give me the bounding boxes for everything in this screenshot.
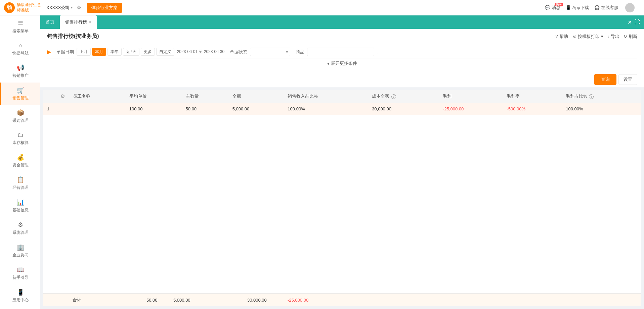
sidebar-item-label: 搜索菜单 bbox=[12, 28, 29, 34]
date-btn-7days[interactable]: 近7天 bbox=[123, 48, 139, 56]
settings-btn[interactable]: 设置 bbox=[618, 74, 637, 85]
footer-amount-cell: 5,000.00 bbox=[173, 298, 207, 303]
headset-icon: 🎧 bbox=[594, 5, 600, 10]
online-service-btn[interactable]: 🎧 在线客服 bbox=[594, 5, 618, 11]
page-header-actions: ? 帮助 🖨 按模板打印 ▾ ↓ 导出 ↻ 刷新 bbox=[555, 34, 637, 40]
th-settings[interactable]: ⚙ bbox=[56, 90, 69, 103]
message-btn[interactable]: 💬 消息 99+ bbox=[545, 5, 560, 11]
app-download-btn[interactable]: 📱 App下载 bbox=[566, 5, 589, 11]
page: 销售排行榜(按业务员) ? 帮助 🖨 按模板打印 ▾ ↓ 导出 bbox=[40, 29, 644, 309]
sidebar-item-operations[interactable]: 📋 经营管理 bbox=[0, 172, 40, 195]
sidebar-item-search-orders[interactable]: ☰ 搜索菜单 bbox=[0, 15, 40, 38]
trial-btn[interactable]: 体验行业方案 bbox=[87, 3, 122, 13]
page-title: 销售排行榜(按业务员) bbox=[47, 33, 99, 40]
basic-info-icon: 📊 bbox=[17, 199, 24, 206]
status-filter-label: 单据状态 bbox=[230, 49, 247, 55]
topbar: 畅 畅康通好生意 标准版 XXXXX公司 ▾ ⚙ 体验行业方案 💬 消息 99+… bbox=[0, 0, 644, 15]
cell-profit-ratio: 100.00% bbox=[562, 103, 641, 115]
date-btn-this-year[interactable]: 本年 bbox=[108, 48, 122, 56]
help-btn[interactable]: ? 帮助 bbox=[555, 34, 568, 40]
enterprise-icon: 🏢 bbox=[17, 244, 24, 251]
date-btn-custom[interactable]: 自定义 bbox=[156, 48, 174, 56]
logo-text: 畅康通好生意 标准版 bbox=[17, 2, 41, 13]
print-icon: 🖨 bbox=[572, 34, 576, 39]
cell-amount: 5,000.00 bbox=[228, 103, 284, 115]
sidebar-item-finance[interactable]: 💰 资金管理 bbox=[0, 150, 40, 172]
th-profit-ratio: 毛利占比% ? bbox=[562, 90, 641, 103]
avatar[interactable] bbox=[625, 3, 635, 12]
expand-label: 展开更多条件 bbox=[331, 60, 357, 66]
table-spacer bbox=[43, 115, 641, 293]
tab-home[interactable]: 首页 bbox=[40, 15, 60, 29]
topbar-settings-icon[interactable]: ⚙ bbox=[77, 4, 81, 11]
sidebar-item-apps[interactable]: 📱 应用中心 bbox=[0, 285, 40, 307]
cell-cost: 30,000.00 bbox=[368, 103, 439, 115]
system-icon: ⚙ bbox=[18, 221, 23, 228]
print-dropdown-icon: ▾ bbox=[601, 34, 603, 39]
sidebar-item-system[interactable]: ⚙ 系统管理 bbox=[0, 217, 40, 240]
finance-icon: 💰 bbox=[17, 154, 24, 161]
filter-date-buttons: 上月 本月 本年 近7天 更多 自定义 bbox=[77, 48, 174, 56]
sidebar-item-marketing[interactable]: 📢 营销推广 bbox=[0, 60, 40, 83]
cell-quantity: 50.00 bbox=[182, 103, 228, 115]
profit-ratio-info-icon[interactable]: ? bbox=[589, 94, 594, 99]
tab-sales-ranking[interactable]: 销售排行榜 × bbox=[60, 15, 97, 29]
expand-more-btn[interactable]: ▾ 展开更多条件 bbox=[327, 60, 357, 66]
action-bar: 查询 设置 bbox=[40, 72, 644, 87]
sidebar-item-basic-info[interactable]: 📊 基础信息 bbox=[0, 195, 40, 217]
sidebar-item-label: 经营管理 bbox=[12, 185, 29, 191]
table-header-row: ⚙ 员工名称 平均单价 主数量 全额 销售收入占比% 成本全额 ? 毛利 bbox=[43, 90, 641, 103]
app-logo: 畅 畅康通好生意 标准版 bbox=[4, 2, 41, 13]
table-settings-icon[interactable]: ⚙ bbox=[60, 93, 65, 99]
topbar-right: 💬 消息 99+ 📱 App下载 🎧 在线客服 bbox=[545, 3, 640, 12]
refresh-btn[interactable]: ↻ 刷新 bbox=[624, 34, 637, 40]
date-btn-last-month[interactable]: 上月 bbox=[77, 48, 91, 56]
sidebar-item-quick-nav[interactable]: ⌂ 快捷导航 bbox=[0, 38, 40, 60]
sidebar-item-sales[interactable]: 🛒 销售管理 bbox=[0, 83, 40, 105]
filter-area: ▶ 单据日期 上月 本月 本年 近7天 更多 自定义 2023-06-01 至 … bbox=[40, 44, 644, 72]
message-icon: 💬 bbox=[545, 5, 550, 10]
sidebar-item-label: 营销推广 bbox=[12, 73, 29, 79]
company-selector[interactable]: XXXXX公司 ▾ bbox=[46, 5, 73, 11]
sidebar-item-purchase[interactable]: 📦 采购管理 bbox=[0, 105, 40, 127]
tabbar-actions: ✕ ⛶ bbox=[628, 19, 644, 25]
message-badge: 99+ bbox=[555, 3, 563, 6]
th-sales-ratio: 销售收入占比% bbox=[284, 90, 368, 103]
quick-nav-icon: ⌂ bbox=[19, 42, 23, 49]
footer-gross-profit-cell: -25,000.00 bbox=[288, 298, 321, 303]
cost-info-icon[interactable]: ? bbox=[391, 94, 396, 99]
goods-input[interactable] bbox=[307, 48, 374, 56]
sidebar-item-guide[interactable]: 📖 新手引导 bbox=[0, 262, 40, 285]
marketing-icon: 📢 bbox=[17, 64, 24, 71]
print-btn[interactable]: 🖨 按模板打印 ▾ bbox=[572, 34, 603, 40]
th-amount: 全额 bbox=[228, 90, 284, 103]
th-rank bbox=[43, 90, 56, 103]
sidebar-item-enterprise[interactable]: 🏢 企业协同 bbox=[0, 240, 40, 262]
apps-icon: 📱 bbox=[17, 289, 24, 296]
status-select[interactable] bbox=[250, 48, 290, 56]
query-btn[interactable]: 查询 bbox=[594, 74, 616, 85]
date-btn-this-month[interactable]: 本月 bbox=[92, 48, 106, 56]
tab-maximize-icon[interactable]: ⛶ bbox=[635, 19, 640, 25]
tabbar: 首页 销售排行榜 × ✕ ⛶ bbox=[40, 15, 644, 29]
cell-gross-profit: -25,000.00 bbox=[439, 103, 503, 115]
table-container: ⚙ 员工名称 平均单价 主数量 全额 销售收入占比% 成本全额 ? 毛利 bbox=[43, 90, 641, 306]
page-header: 销售排行榜(按业务员) ? 帮助 🖨 按模板打印 ▾ ↓ 导出 bbox=[40, 29, 644, 44]
company-dropdown-icon: ▾ bbox=[71, 6, 73, 9]
filter-row: ▶ 单据日期 上月 本月 本年 近7天 更多 自定义 2023-06-01 至 … bbox=[47, 48, 637, 56]
goods-more-icon[interactable]: ... bbox=[377, 49, 381, 54]
refresh-icon: ↻ bbox=[624, 34, 627, 39]
export-btn[interactable]: ↓ 导出 bbox=[607, 34, 620, 40]
tab-close-btn[interactable]: × bbox=[89, 20, 91, 24]
cell-sales-ratio: 100.00% bbox=[284, 103, 368, 115]
date-btn-more[interactable]: 更多 bbox=[141, 48, 155, 56]
sidebar-item-inventory[interactable]: 🗂 库存核算 bbox=[0, 127, 40, 150]
th-cost: 成本全额 ? bbox=[368, 90, 439, 103]
app-label: App下载 bbox=[572, 5, 589, 11]
filter-goods-item: 商品 ... bbox=[296, 48, 381, 56]
tab-close-window-icon[interactable]: ✕ bbox=[628, 19, 632, 25]
logo-icon: 畅 bbox=[4, 2, 15, 13]
inventory-icon: 🗂 bbox=[17, 132, 24, 139]
filter-collapse-icon[interactable]: ▶ bbox=[47, 49, 51, 55]
sidebar-item-wechat[interactable]: 💬 企业微信 bbox=[0, 307, 40, 309]
